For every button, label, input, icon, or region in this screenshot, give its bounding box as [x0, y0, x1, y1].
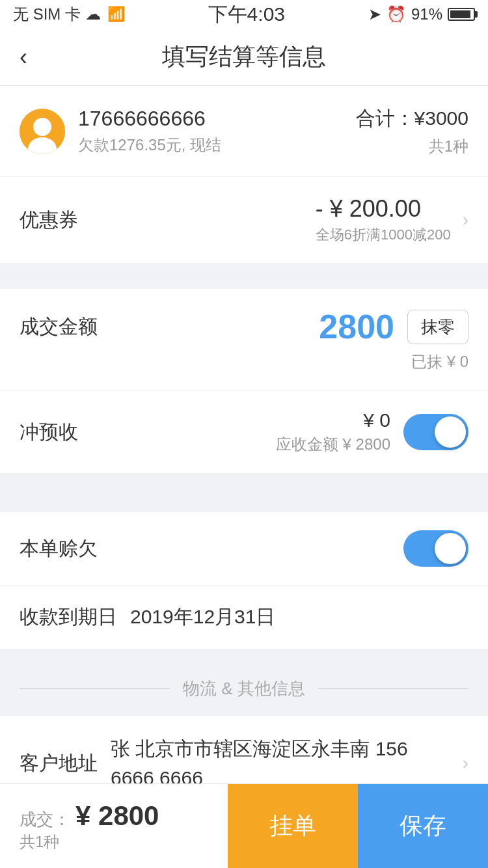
- section-divider-2: [0, 486, 488, 499]
- deal-sub: 已抹 ¥ 0: [20, 351, 468, 372]
- pre-receive-section: 冲预收 ¥ 0 应收金额 ¥ 2800: [0, 390, 488, 473]
- hold-button[interactable]: 挂单: [228, 784, 358, 869]
- due-date-label: 收款到期日: [20, 604, 117, 631]
- debt-toggle-knob: [435, 533, 466, 564]
- debt-section: 本单赊欠: [0, 512, 488, 585]
- svg-point-1: [33, 118, 51, 136]
- debt-toggle[interactable]: [403, 530, 468, 567]
- bottom-count: 共1种: [20, 832, 208, 852]
- pre-right: ¥ 0 应收金额 ¥ 2800: [276, 409, 468, 455]
- coupon-chevron-icon: ›: [463, 210, 468, 230]
- status-left: 无 SIM 卡 ☁ 📶: [13, 4, 125, 25]
- status-time: 下午4:03: [208, 1, 285, 28]
- section-divider-1: [0, 276, 488, 289]
- page-title: 填写结算等信息: [162, 41, 326, 73]
- total-count: 共1种: [356, 136, 468, 157]
- pre-row: 冲预收 ¥ 0 应收金额 ¥ 2800: [20, 409, 468, 455]
- back-button[interactable]: ‹: [20, 44, 59, 71]
- deal-right: 2800 抹零: [319, 307, 468, 346]
- divider-line-left: [20, 688, 170, 689]
- coupon-detail: 全场6折满1000减200: [316, 225, 451, 245]
- due-date-row: 收款到期日 2019年12月31日: [20, 604, 468, 631]
- alarm-icon: ⏰: [386, 5, 406, 23]
- bottom-deal-label: 成交：: [20, 808, 70, 831]
- pre-receive-toggle[interactable]: [403, 414, 468, 450]
- coupon-row[interactable]: 优惠券 - ¥ 200.00 全场6折满1000减200 ›: [0, 176, 488, 263]
- main-content: 17666666666 欠款1276.35元, 现结 合计：¥3000 共1种 …: [0, 86, 488, 868]
- coupon-discount: - ¥ 200.00: [316, 195, 451, 223]
- due-date-value: 2019年12月31日: [130, 604, 275, 631]
- battery-icon: [448, 8, 475, 21]
- status-bar: 无 SIM 卡 ☁ 📶 下午4:03 ➤ ⏰ 91%: [0, 0, 488, 29]
- battery-percent: 91%: [411, 5, 442, 23]
- deal-label: 成交金额: [20, 314, 98, 340]
- total-amount: 合计：¥3000: [356, 105, 468, 132]
- customer-left: 17666666666 欠款1276.35元, 现结: [20, 107, 221, 156]
- save-button[interactable]: 保存: [358, 784, 488, 869]
- deal-row: 成交金额 2800 抹零: [20, 307, 468, 346]
- wifi-icon: 📶: [107, 6, 125, 23]
- pre-amount: ¥ 0: [276, 409, 390, 431]
- due-date-section: 收款到期日 2019年12月31日: [0, 585, 488, 649]
- pre-sub: 应收金额 ¥ 2800: [276, 434, 390, 455]
- coupon-label: 优惠券: [20, 207, 78, 234]
- deal-section: 成交金额 2800 抹零 已抹 ¥ 0: [0, 289, 488, 390]
- avatar: [20, 109, 65, 154]
- address-chevron-icon: ›: [463, 753, 468, 774]
- customer-card: 17666666666 欠款1276.35元, 现结 合计：¥3000 共1种 …: [0, 86, 488, 263]
- customer-info: 17666666666 欠款1276.35元, 现结: [78, 107, 221, 156]
- customer-phone: 17666666666: [78, 107, 221, 131]
- battery-fill: [450, 10, 470, 18]
- toggle-knob: [435, 416, 466, 448]
- address-label: 客户地址: [20, 750, 98, 777]
- bottom-info: 成交： ¥ 2800 共1种: [0, 800, 228, 852]
- debt-card: 本单赊欠 收款到期日 2019年12月31日: [0, 512, 488, 649]
- nav-bar: ‹ 填写结算等信息: [0, 29, 488, 86]
- no-sim-label: 无 SIM 卡 ☁: [13, 4, 101, 25]
- logistics-divider: 物流 & 其他信息: [0, 662, 488, 716]
- bottom-bar: 成交： ¥ 2800 共1种 挂单 保存: [0, 783, 488, 868]
- customer-right: 合计：¥3000 共1种: [356, 105, 468, 157]
- pre-receive-label: 冲预收: [20, 419, 78, 446]
- divider-line-right: [318, 688, 468, 689]
- debt-label: 本单赊欠: [20, 536, 98, 562]
- deal-card: 成交金额 2800 抹零 已抹 ¥ 0 冲预收 ¥ 0 应收金额 ¥ 2800: [0, 289, 488, 473]
- bottom-deal-row: 成交： ¥ 2800: [20, 800, 208, 832]
- bottom-deal-amount: ¥ 2800: [75, 800, 159, 832]
- logistics-text: 物流 & 其他信息: [183, 677, 305, 700]
- location-icon: ➤: [368, 5, 381, 23]
- customer-debt: 欠款1276.35元, 现结: [78, 135, 221, 156]
- status-right: ➤ ⏰ 91%: [368, 5, 475, 23]
- deal-amount: 2800: [319, 307, 394, 346]
- round-off-button[interactable]: 抹零: [407, 310, 468, 344]
- coupon-right: - ¥ 200.00 全场6折满1000减200 ›: [316, 195, 468, 245]
